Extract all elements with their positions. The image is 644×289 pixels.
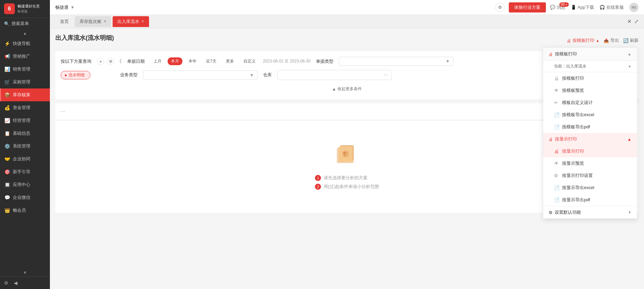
biz-type-select[interactable]: ▼ <box>143 71 258 80</box>
display-section-chevron-up: ▲ <box>627 137 632 142</box>
filter-add-btn[interactable]: + <box>97 58 104 65</box>
print-template-btn[interactable]: 🖨 按模板打印 ▲ <box>567 37 599 44</box>
flow-tag-label: 流水明细 <box>68 72 85 78</box>
settings-bottom-icon[interactable]: ⚙ <box>4 280 8 286</box>
search-menu-label: 搜索菜单 <box>11 21 29 27</box>
sidebar-item-basic[interactable]: 📋 基础信息 <box>0 127 50 140</box>
filter-collapse-arrow[interactable]: 《 <box>117 58 122 64</box>
tab-close-batch[interactable]: ✕ <box>104 19 107 24</box>
date-chip-custom[interactable]: 自定义 <box>240 57 259 65</box>
tab-batch-account[interactable]: 库存批次账 ✕ <box>75 16 111 27</box>
filter-label: 按以下方案查询 <box>61 58 91 64</box>
dropdown-header-left: 🖨 按模板打印 <box>549 51 577 57</box>
template-custom-label: 模板自定义设计 <box>562 100 593 106</box>
page-title: 出入库流水(流水明细) <box>55 34 114 42</box>
sidebar-item-wechat[interactable]: 💬 企业微信 <box>0 191 50 204</box>
warehouse-select[interactable]: ··· <box>277 70 392 80</box>
dropdown-item-template-print[interactable]: 🖨 按模板打印 <box>543 72 637 84</box>
dropdown-item-display-preview[interactable]: 👁 按显示预览 <box>543 157 637 169</box>
print-chevron-up: ▲ <box>596 38 599 43</box>
type-select-chevron: ▼ <box>445 59 450 64</box>
date-chip-last-month[interactable]: 上月 <box>150 57 165 65</box>
sidebar-item-label: 经营管理 <box>13 117 30 124</box>
user-avatar-text: Rit <box>632 5 636 9</box>
purchase-icon: 🛒 <box>4 79 10 85</box>
toolbar-more-dots[interactable]: ··· <box>61 108 65 114</box>
template-excel-label: 按模板导出excel <box>562 112 594 118</box>
dropdown-item-display-pdf[interactable]: 📄 按显示导出pdf <box>543 194 637 206</box>
sidebar-item-marketing[interactable]: 📢 营销推广 <box>0 50 50 63</box>
type-select[interactable]: ▼ <box>339 57 453 66</box>
dropdown-item-display-print[interactable]: 🖨 按显示打印 <box>543 145 637 157</box>
app-version: 标准版 <box>18 9 40 14</box>
filter-actions: + ⚙ 《 <box>97 58 122 65</box>
search-menu[interactable]: 🔍 搜索菜单 <box>0 18 50 29</box>
footer-chevron: ▼ <box>628 210 632 214</box>
search-icon: 🔍 <box>4 21 9 26</box>
date-chip-more[interactable]: 更多 <box>223 57 237 65</box>
sidebar-scroll-up[interactable]: ▲ <box>0 29 50 37</box>
sidebar-item-label: 库存核算 <box>13 92 30 98</box>
topbar-message-btn[interactable]: 💬 消息 99 + <box>550 4 565 10</box>
dropdown-item-template-excel[interactable]: 📄 按模板导出excel <box>543 109 637 121</box>
finance-icon: 💰 <box>4 105 10 111</box>
template-print-label: 按模板打印 <box>562 75 584 81</box>
template-preview-label: 按模板预览 <box>562 87 584 94</box>
inventory-flow-tab-label: 出入库流水 <box>117 19 139 25</box>
refresh-btn[interactable]: 🔄 刷新 <box>623 37 639 44</box>
dropdown-header[interactable]: 🖨 按模板打印 ▲ <box>543 48 637 61</box>
dropdown-item-template-custom[interactable]: ✏ 模板自定义设计 <box>543 97 637 109</box>
display-excel-icon: 📄 <box>554 185 559 190</box>
dropdown-item-template-preview[interactable]: 👁 按模板预览 <box>543 84 637 97</box>
inventory-icon: 📦 <box>4 92 10 98</box>
collapse-up-icon: ▲ <box>332 87 336 91</box>
sidebar-item-sales[interactable]: 📊 销售管理 <box>0 63 50 76</box>
dropdown-footer[interactable]: ⚙ 设置默认功能 ▼ <box>543 206 637 218</box>
sidebar-scroll-down[interactable]: ▼ <box>0 269 50 277</box>
sidebar-item-purchase[interactable]: 🛒 采购管理 <box>0 76 50 88</box>
tab-home[interactable]: 首页 <box>55 16 74 27</box>
topbar-username: 畅捷通 <box>55 4 68 10</box>
date-chip-this-month[interactable]: 本月 <box>168 57 182 65</box>
sidebar-nav: ⚡ 快捷导航 📢 营销推广 📊 销售管理 🛒 采购管理 📦 库存核算 💰 资金管… <box>0 37 50 269</box>
topbar-dropdown-icon[interactable]: ▼ <box>70 5 75 10</box>
maximize-btn[interactable]: ⤢ <box>634 18 639 25</box>
sidebar-item-system[interactable]: ⚙️ 系统管理 <box>0 140 50 153</box>
topbar-right: 💬 消息 99 + 📱 App下载 🎧 在线客服 Rit <box>550 3 639 12</box>
headset-icon: 🎧 <box>599 5 605 10</box>
sidebar-item-apps[interactable]: 🔲 应用中心 <box>0 178 50 191</box>
date-chip-this-year[interactable]: 本年 <box>185 57 200 65</box>
dropdown-item-display-excel[interactable]: 📄 按显示导出excel <box>543 182 637 194</box>
sidebar-item-coop[interactable]: 🤝 企业协同 <box>0 153 50 165</box>
dropdown-item-display-settings[interactable]: ⚙ 按显示打印设置 <box>543 169 637 182</box>
dropdown-item-template-pdf[interactable]: 📄 按模板导出pdf <box>543 121 637 133</box>
topbar-service[interactable]: 🎧 在线客服 <box>599 4 624 10</box>
collapse-sidebar-icon[interactable]: ◀ <box>14 280 18 286</box>
member-icon: 👑 <box>4 207 10 213</box>
export-btn[interactable]: 📤 导出 <box>604 37 619 44</box>
system-icon: ⚙️ <box>4 143 10 149</box>
date-filter: 上月 本月 本年 近7天 更多 自定义 2023-06-01 至 2023-06… <box>150 57 311 65</box>
sidebar-item-quick-nav[interactable]: ⚡ 快捷导航 <box>0 37 50 50</box>
sidebar-item-guide[interactable]: 🎯 新手引导 <box>0 165 50 178</box>
filter-settings-btn[interactable]: ⚙ <box>107 58 114 65</box>
sidebar-item-member[interactable]: 👑 畅会员 <box>0 204 50 217</box>
topbar-settings-btn[interactable]: ⚙ <box>495 3 505 12</box>
warehouse-more-icon[interactable]: ··· <box>384 72 388 78</box>
topbar-avatar[interactable]: Rit <box>629 3 639 12</box>
sidebar-item-operation[interactable]: 📈 经营管理 <box>0 114 50 127</box>
sidebar-item-inventory[interactable]: 📦 库存核算 <box>0 88 50 101</box>
export-icon: 📤 <box>604 38 609 43</box>
close-all-tabs-btn[interactable]: ✕ <box>627 18 632 25</box>
flow-detail-tag[interactable]: ● 流水明细 <box>61 71 90 79</box>
template-excel-icon: 📄 <box>554 112 559 117</box>
tab-close-flow[interactable]: ✕ <box>141 19 144 24</box>
topbar-app-download[interactable]: 📱 App下载 <box>571 4 594 10</box>
trial-btn[interactable]: 体验行业方案 <box>509 2 546 12</box>
date-chip-7days[interactable]: 近7天 <box>203 57 220 65</box>
display-pdf-icon: 📄 <box>554 197 559 203</box>
tab-inventory-flow[interactable]: 出入库流水 ✕ <box>113 16 149 27</box>
display-section-header[interactable]: 🖨 按显示打印 ▲ <box>543 133 637 145</box>
sidebar-item-finance[interactable]: 💰 资金管理 <box>0 101 50 114</box>
dropdown-chevron-up: ▲ <box>627 52 632 56</box>
